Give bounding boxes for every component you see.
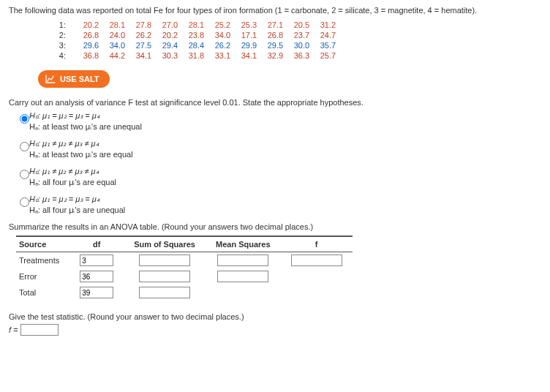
row-treatments: Treatments [16,252,353,269]
input-ss-error[interactable] [139,271,190,282]
cell-total-label: Total [16,284,69,301]
option-d-ha: Hₐ: all four μᵢ's are unequal [29,206,541,215]
col-ms: Mean Squares [206,236,281,252]
anova-table: Source df Sum of Squares Mean Squares f … [16,235,353,301]
option-c[interactable]: H₀: μ₁ ≠ μ₂ ≠ μ₃ ≠ μ₄ Hₐ: all four μᵢ's … [16,167,541,187]
use-salt-label: USE SALT [60,75,99,83]
input-df-treat[interactable] [80,255,113,266]
input-ms-error[interactable] [217,271,268,282]
data-row-3: 3: 29.634.027.529.428.426.229.929.530.03… [53,41,541,50]
col-f: f [281,236,353,252]
intro-text: The following data was reported on total… [9,6,541,15]
row-total: Total [16,284,353,301]
cell-treat-label: Treatments [16,252,69,269]
input-df-error[interactable] [80,271,113,282]
col-ss: Sum of Squares [124,236,206,252]
data-block: 1: 20.228.127.827.028.125.225.327.120.53… [53,20,541,60]
option-b-h0: H₀: μ₁ ≠ μ₂ ≠ μ₃ ≠ μ₄ [29,139,99,148]
radio-b[interactable] [20,142,29,151]
input-ss-total[interactable] [139,287,190,298]
radio-d[interactable] [20,197,29,207]
option-c-ha: Hₐ: all four μᵢ's are equal [29,178,541,187]
data-row-1: 1: 20.228.127.827.028.125.225.327.120.53… [53,20,541,29]
input-f-treat[interactable] [291,255,342,266]
option-d[interactable]: H₀: μ₁ = μ₂ = μ₃ = μ₄ Hₐ: all four μᵢ's … [16,195,541,215]
option-c-h0: H₀: μ₁ ≠ μ₂ ≠ μ₃ ≠ μ₄ [29,167,99,176]
option-a-ha: Hₐ: at least two μᵢ's are unequal [29,122,541,132]
option-b[interactable]: H₀: μ₁ ≠ μ₂ ≠ μ₃ ≠ μ₄ Hₐ: at least two μ… [16,139,541,159]
radio-c[interactable] [20,170,29,179]
summary-text: Summarize the results in an ANOVA table.… [9,222,541,231]
cell-error-label: Error [16,268,69,284]
row-error: Error [16,268,353,284]
question-text: Carry out an analysis of variance F test… [9,98,541,107]
col-source: Source [16,236,69,252]
test-stat-label: Give the test statistic. (Round your ans… [9,312,541,321]
input-f-stat[interactable] [20,324,59,336]
col-df: df [69,236,124,252]
input-ms-treat[interactable] [217,255,268,266]
data-row-2: 2: 26.824.026.220.223.834.017.126.823.72… [53,31,541,39]
input-ss-treat[interactable] [139,255,190,266]
stats-icon [45,75,56,83]
f-eq-label: f = [9,325,18,334]
option-d-h0: H₀: μ₁ = μ₂ = μ₃ = μ₄ [29,195,99,203]
option-a[interactable]: H₀: μ₁ = μ₂ = μ₃ = μ₄ Hₐ: at least two μ… [16,111,541,132]
input-df-total[interactable] [80,287,113,298]
option-a-h0: H₀: μ₁ = μ₂ = μ₃ = μ₄ [29,111,99,120]
option-b-ha: Hₐ: at least two μᵢ's are equal [29,150,541,159]
use-salt-button[interactable]: USE SALT [38,70,110,88]
data-row-4: 4: 36.844.234.130.331.833.134.132.936.32… [53,51,541,60]
radio-a[interactable] [20,114,29,124]
